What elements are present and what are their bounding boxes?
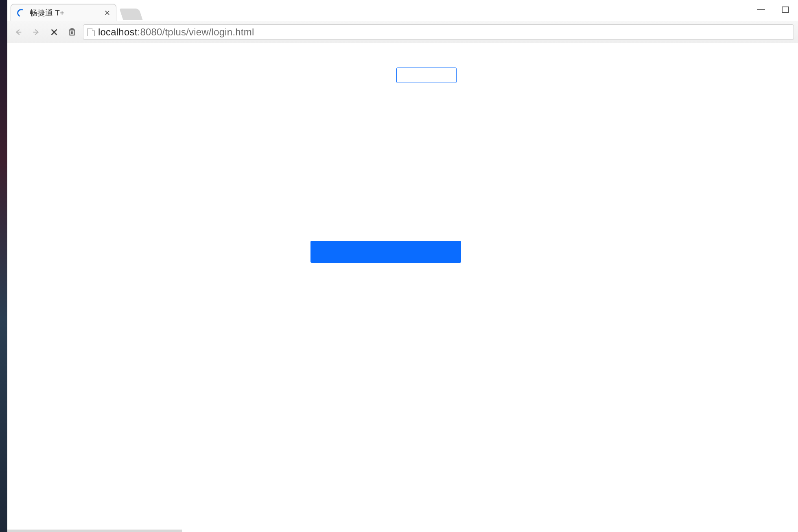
browser-toolbar: localhost:8080/tplus/view/login.html [7, 21, 798, 43]
address-bar[interactable]: localhost:8080/tplus/view/login.html [83, 24, 794, 40]
tab-close-button[interactable]: ✕ [104, 10, 110, 16]
desktop-background-edge [0, 0, 7, 532]
forward-button[interactable] [29, 25, 43, 39]
url-host: localhost [98, 26, 138, 37]
page-icon [87, 28, 95, 36]
text-input[interactable] [396, 68, 457, 83]
browser-tab[interactable]: 畅捷通 T+ ✕ [11, 4, 116, 21]
page-content [7, 43, 798, 532]
taskbar-edge [7, 530, 182, 532]
primary-button[interactable] [310, 241, 461, 263]
url-text: localhost:8080/tplus/view/login.html [98, 26, 254, 38]
trash-button[interactable] [65, 25, 79, 39]
stop-button[interactable] [47, 25, 61, 39]
new-tab-button[interactable] [119, 9, 142, 20]
url-path: :8080/tplus/view/login.html [138, 26, 254, 37]
tab-title: 畅捷通 T+ [30, 8, 100, 18]
window-minimize-button[interactable] [752, 3, 770, 16]
window-maximize-button[interactable] [776, 3, 795, 16]
browser-window: 畅捷通 T+ ✕ [7, 0, 798, 532]
window-controls [752, 3, 798, 16]
loading-spinner-icon [17, 9, 26, 17]
back-button[interactable] [11, 25, 25, 39]
tab-strip: 畅捷通 T+ ✕ [7, 0, 798, 21]
